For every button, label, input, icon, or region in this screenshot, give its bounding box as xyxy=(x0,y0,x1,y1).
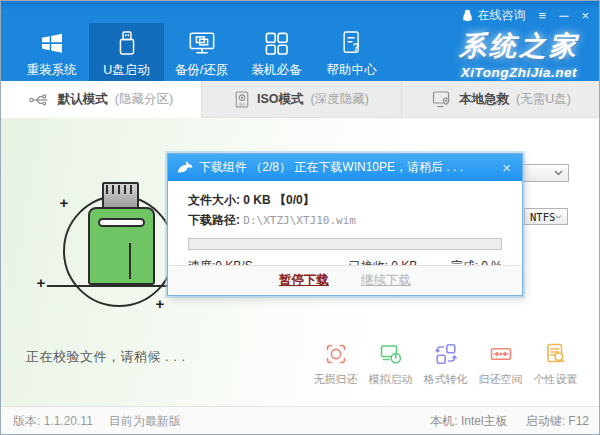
svg-text:ISO: ISO xyxy=(239,101,246,106)
window-controls: 在线咨询 ≡ ─ × xyxy=(461,7,589,24)
brand-subtitle: XiTongZhiJia.net xyxy=(459,65,579,80)
nav-help-center[interactable]: ? 帮助中心 xyxy=(314,1,389,81)
usb-drive-icon xyxy=(113,28,141,58)
simulate-boot-icon xyxy=(379,342,403,366)
plus-decoration: + xyxy=(156,295,165,312)
lossless-return-icon xyxy=(324,342,348,366)
help-doc-icon: ? xyxy=(338,28,366,58)
action-label: 归还空间 xyxy=(479,372,523,387)
usb-symbol-icon xyxy=(29,93,51,107)
nav-label: 备份/还原 xyxy=(175,62,228,79)
local-rescue-icon xyxy=(432,90,452,108)
action-label: 格式转化 xyxy=(424,372,468,387)
qq-icon xyxy=(461,9,474,22)
close-button[interactable]: × xyxy=(581,9,589,23)
download-dialog: 下载组件 （2/8） 正在下载WIN10PE，请稍后 . . . × 文件大小:… xyxy=(167,153,523,296)
dialog-footer: 暂停下载 继续下载 xyxy=(168,265,522,295)
version-text: 版本: 1.1.20.11 xyxy=(13,413,93,430)
pause-download-button[interactable]: 暂停下载 xyxy=(279,272,329,289)
dialog-close-icon[interactable]: × xyxy=(499,159,514,176)
usb-detail-line xyxy=(129,243,131,279)
brand-title: 系统之家 xyxy=(459,28,579,64)
status-bar: 版本: 1.1.20.11 目前为最新版 本机: Intel主板 启动键: F1… xyxy=(1,406,600,435)
nav-label: 装机必备 xyxy=(252,62,302,79)
download-path-value: D:\XTZJ\XTJ10.wim xyxy=(243,214,356,227)
bird-icon xyxy=(176,161,193,175)
action-return-space[interactable]: 归还空间 xyxy=(473,342,528,387)
tab-iso-mode[interactable]: ISO ISO模式(深度隐藏) xyxy=(201,81,401,118)
menu-button[interactable]: ≡ xyxy=(539,9,547,23)
tab-note: (无需U盘) xyxy=(516,91,571,108)
file-size-value: 0 KB 【0/0】 xyxy=(243,193,314,207)
iso-file-icon: ISO xyxy=(234,90,250,109)
chevron-down-icon xyxy=(555,214,562,220)
action-label: 个性设置 xyxy=(534,372,578,387)
online-support-link[interactable]: 在线咨询 xyxy=(461,7,526,24)
usb-slot xyxy=(98,218,145,227)
svg-text:?: ? xyxy=(352,41,359,53)
resume-download-button[interactable]: 继续下载 xyxy=(361,272,411,289)
windows-logo-icon xyxy=(38,28,66,58)
return-space-icon xyxy=(489,342,513,366)
format-convert-icon xyxy=(434,342,458,366)
tab-note: (深度隐藏) xyxy=(311,91,369,108)
action-lossless-return[interactable]: 无损归还 xyxy=(308,342,363,387)
dialog-caption: 下载组件 （2/8） 正在下载WIN10PE，请稍后 . . . × xyxy=(168,154,522,181)
minimize-button[interactable]: ─ xyxy=(559,9,568,23)
plus-decoration: + xyxy=(60,194,69,211)
progress-bar xyxy=(188,238,502,250)
usb-body-graphic xyxy=(88,207,155,285)
version-info: 版本: 1.1.20.11 目前为最新版 xyxy=(13,413,181,430)
backup-restore-icon xyxy=(187,28,217,58)
mode-tabbar: 默认模式(隐藏分区) ISO ISO模式(深度隐藏) xyxy=(1,81,600,118)
action-label: 模拟启动 xyxy=(369,372,413,387)
ground-line xyxy=(47,285,167,287)
machine-info: 本机: Intel主板 启动键: F12 xyxy=(430,413,589,430)
dialog-body: 文件大小: 0 KB 【0/0】 下载路径: D:\XTZJ\XTJ10.wim… xyxy=(168,181,522,275)
nav-label: 重装系统 xyxy=(27,62,77,79)
tab-default-mode[interactable]: 默认模式(隐藏分区) xyxy=(1,81,201,118)
usb-pins xyxy=(106,185,135,194)
tab-label: 本地急救 xyxy=(459,91,509,108)
dialog-title: 下载组件 （2/8） 正在下载WIN10PE，请稍后 . . . xyxy=(199,159,463,176)
tool-actions: 无损归还 模拟启动 xyxy=(308,342,583,387)
format-select-value: NTFS xyxy=(530,211,555,223)
brand-logo: 系统之家 XiTongZhiJia.net xyxy=(459,28,579,80)
main-nav: 重装系统 U盘启动 xyxy=(14,1,389,81)
nav-essential-software[interactable]: 装机必备 xyxy=(239,1,314,81)
usb-connector-graphic xyxy=(102,182,139,209)
online-support-label: 在线咨询 xyxy=(478,7,526,24)
action-format-convert[interactable]: 格式转化 xyxy=(418,342,473,387)
action-label: 无损归还 xyxy=(314,372,358,387)
software-grid-icon xyxy=(263,28,290,58)
header: 重装系统 U盘启动 xyxy=(1,1,600,81)
bootkey-text: 启动键: F12 xyxy=(526,413,589,430)
tab-label: ISO模式 xyxy=(257,91,304,108)
personal-settings-icon xyxy=(544,342,568,366)
nav-label: U盘启动 xyxy=(103,62,150,79)
main-panel: + + + 正在校验文件，请稍候 . . . NTFS 无损归还 xyxy=(1,118,600,406)
tab-local-rescue[interactable]: 本地急救(无需U盘) xyxy=(401,81,600,118)
nav-label: 帮助中心 xyxy=(327,62,377,79)
action-simulate-boot[interactable]: 模拟启动 xyxy=(363,342,418,387)
tab-label: 默认模式 xyxy=(58,91,108,108)
plus-decoration: + xyxy=(37,274,46,291)
format-select[interactable]: NTFS xyxy=(524,208,568,225)
download-path-row: 下载路径: D:\XTZJ\XTJ10.wim xyxy=(188,212,502,229)
checking-status-text: 正在校验文件，请稍候 . . . xyxy=(26,348,186,366)
app-window: 重装系统 U盘启动 xyxy=(0,0,600,435)
nav-backup-restore[interactable]: 备份/还原 xyxy=(164,1,239,81)
nav-usb-boot[interactable]: U盘启动 xyxy=(89,1,164,81)
file-size-label: 文件大小: xyxy=(188,193,240,207)
action-personal-settings[interactable]: 个性设置 xyxy=(528,342,583,387)
host-text: 本机: Intel主板 xyxy=(430,413,507,430)
file-size-row: 文件大小: 0 KB 【0/0】 xyxy=(188,192,502,209)
nav-reinstall-system[interactable]: 重装系统 xyxy=(14,1,89,81)
download-path-label: 下载路径: xyxy=(188,213,240,227)
latest-version-text: 目前为最新版 xyxy=(109,413,181,430)
chevron-down-icon xyxy=(554,170,563,176)
tab-note: (隐藏分区) xyxy=(115,91,173,108)
